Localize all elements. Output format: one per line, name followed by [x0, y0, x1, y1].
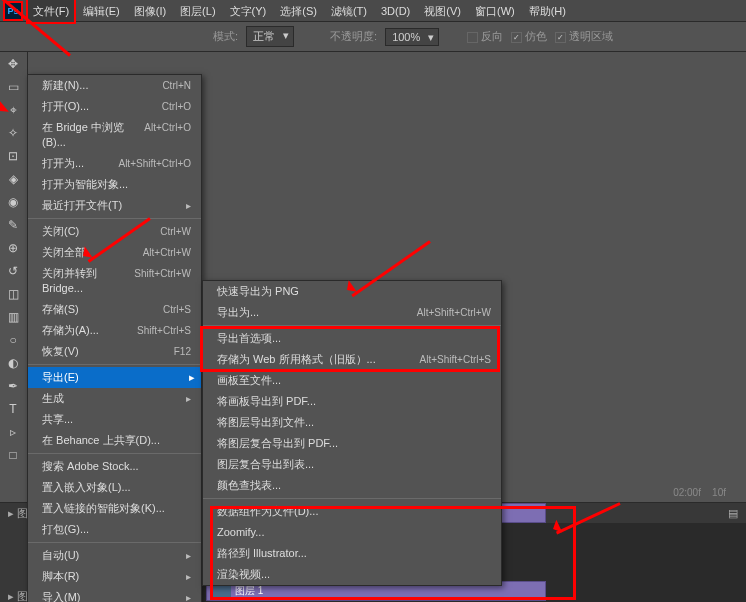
clip-thumb-icon: [213, 584, 231, 598]
menu-image[interactable]: 图像(I): [127, 0, 173, 22]
menu-separator: [28, 218, 201, 219]
menu-help[interactable]: 帮助(H): [522, 0, 573, 22]
text-tool-icon[interactable]: T: [1, 398, 25, 420]
file-menu-item[interactable]: 置入嵌入对象(L)...: [28, 477, 201, 498]
file-menu-item[interactable]: 关闭全部Alt+Ctrl+W: [28, 242, 201, 263]
menu-3d[interactable]: 3D(D): [374, 0, 417, 22]
export-menu-item[interactable]: 图层复合导出到表...: [203, 454, 501, 475]
file-menu-item[interactable]: 存储(S)Ctrl+S: [28, 299, 201, 320]
gradient-tool-icon[interactable]: ▥: [1, 306, 25, 328]
dodge-tool-icon[interactable]: ◐: [1, 352, 25, 374]
file-menu-item[interactable]: 打包(G)...: [28, 519, 201, 540]
file-menu-item[interactable]: 关闭并转到 Bridge...Shift+Ctrl+W: [28, 263, 201, 299]
pen-tool-icon[interactable]: ✒: [1, 375, 25, 397]
file-menu-item[interactable]: 自动(U)▸: [28, 545, 201, 566]
file-menu-item[interactable]: 置入链接的智能对象(K)...: [28, 498, 201, 519]
crop-tool-icon[interactable]: ⊡: [1, 145, 25, 167]
wand-tool-icon[interactable]: ✧: [1, 122, 25, 144]
export-menu-item[interactable]: 导出为...Alt+Shift+Ctrl+W: [203, 302, 501, 323]
file-menu-item[interactable]: 脚本(R)▸: [28, 566, 201, 587]
heal-tool-icon[interactable]: ◉: [1, 191, 25, 213]
menu-separator: [203, 325, 501, 326]
menu-layer[interactable]: 图层(L): [173, 0, 222, 22]
export-menu-item[interactable]: 画板至文件...: [203, 370, 501, 391]
menubar: Ps 文件(F) 编辑(E) 图像(I) 图层(L) 文字(Y) 选择(S) 滤…: [0, 0, 746, 22]
file-dropdown: 新建(N)...Ctrl+N打开(O)...Ctrl+O在 Bridge 中浏览…: [27, 74, 202, 602]
menu-separator: [203, 498, 501, 499]
file-menu-item[interactable]: 打开(O)...Ctrl+O: [28, 96, 201, 117]
reverse-checkbox[interactable]: 反向: [467, 29, 503, 44]
export-menu-item[interactable]: 颜色查找表...: [203, 475, 501, 496]
file-menu-item[interactable]: 打开为...Alt+Shift+Ctrl+O: [28, 153, 201, 174]
file-menu-item[interactable]: 新建(N)...Ctrl+N: [28, 75, 201, 96]
export-submenu: 快速导出为 PNG导出为...Alt+Shift+Ctrl+W导出首选项...存…: [202, 280, 502, 586]
file-menu-item[interactable]: 共享...: [28, 409, 201, 430]
simulate-checkbox[interactable]: 仿色: [511, 29, 547, 44]
menu-separator: [28, 542, 201, 543]
menu-text[interactable]: 文字(Y): [223, 0, 274, 22]
blur-tool-icon[interactable]: ○: [1, 329, 25, 351]
move-tool-icon[interactable]: ✥: [1, 53, 25, 75]
brush-tool-icon[interactable]: ✎: [1, 214, 25, 236]
menu-separator: [28, 453, 201, 454]
opacity-label: 不透明度:: [330, 29, 377, 44]
file-menu-item[interactable]: 恢复(V)F12: [28, 341, 201, 362]
options-bar: 模式: 正常 不透明度: 100% 反向 仿色 透明区域: [0, 22, 746, 52]
export-menu-item[interactable]: 存储为 Web 所用格式（旧版）...Alt+Shift+Ctrl+S: [203, 349, 501, 370]
timeline-ruler: 02:00f 10f: [673, 487, 726, 498]
export-menu-item[interactable]: 将图层导出到文件...: [203, 412, 501, 433]
marquee-tool-icon[interactable]: ▭: [1, 76, 25, 98]
file-menu-item[interactable]: 最近打开文件(T)▸: [28, 195, 201, 216]
file-menu-item[interactable]: 存储为(A)...Shift+Ctrl+S: [28, 320, 201, 341]
file-menu-item[interactable]: 关闭(C)Ctrl+W: [28, 221, 201, 242]
lasso-tool-icon[interactable]: ⌖: [1, 99, 25, 121]
export-menu-item[interactable]: Zoomify...: [203, 522, 501, 543]
transparency-checkbox[interactable]: 透明区域: [555, 29, 613, 44]
file-menu-item[interactable]: 打开为智能对象...: [28, 174, 201, 195]
menu-file[interactable]: 文件(F): [26, 0, 76, 24]
export-menu-item[interactable]: 路径到 Illustrator...: [203, 543, 501, 564]
opacity-select[interactable]: 100%: [385, 28, 439, 46]
mode-select[interactable]: 正常: [246, 26, 294, 47]
mode-label: 模式:: [213, 29, 238, 44]
menu-filter[interactable]: 滤镜(T): [324, 0, 374, 22]
file-menu-item[interactable]: 生成▸: [28, 388, 201, 409]
menu-view[interactable]: 视图(V): [417, 0, 468, 22]
app-icon: Ps: [3, 1, 23, 21]
export-menu-item[interactable]: 导出首选项...: [203, 328, 501, 349]
file-menu-item[interactable]: 导入(M)▸: [28, 587, 201, 602]
workspace: ✥ ▭ ⌖ ✧ ⊡ ◈ ◉ ✎ ⊕ ↺ ◫ ▥ ○ ◐ ✒ T ▹ □ 新建(N…: [0, 52, 746, 602]
export-menu-item[interactable]: 将图层复合导出到 PDF...: [203, 433, 501, 454]
file-menu-item[interactable]: 在 Behance 上共享(D)...: [28, 430, 201, 451]
file-menu-item[interactable]: 导出(E): [28, 367, 201, 388]
export-menu-item[interactable]: 渲染视频...: [203, 564, 501, 585]
export-menu-item[interactable]: 数据组作为文件(D)...: [203, 501, 501, 522]
path-tool-icon[interactable]: ▹: [1, 421, 25, 443]
file-menu-item[interactable]: 搜索 Adobe Stock...: [28, 456, 201, 477]
stamp-tool-icon[interactable]: ⊕: [1, 237, 25, 259]
export-menu-item[interactable]: 将画板导出到 PDF...: [203, 391, 501, 412]
menu-select[interactable]: 选择(S): [273, 0, 324, 22]
export-menu-item[interactable]: 快速导出为 PNG: [203, 281, 501, 302]
clip-label: 图层 1: [235, 584, 263, 598]
eyedropper-tool-icon[interactable]: ◈: [1, 168, 25, 190]
menu-separator: [28, 364, 201, 365]
history-tool-icon[interactable]: ↺: [1, 260, 25, 282]
eraser-tool-icon[interactable]: ◫: [1, 283, 25, 305]
menu-edit[interactable]: 编辑(E): [76, 0, 127, 22]
menu-window[interactable]: 窗口(W): [468, 0, 522, 22]
shape-tool-icon[interactable]: □: [1, 444, 25, 466]
file-menu-item[interactable]: 在 Bridge 中浏览(B)...Alt+Ctrl+O: [28, 117, 201, 153]
